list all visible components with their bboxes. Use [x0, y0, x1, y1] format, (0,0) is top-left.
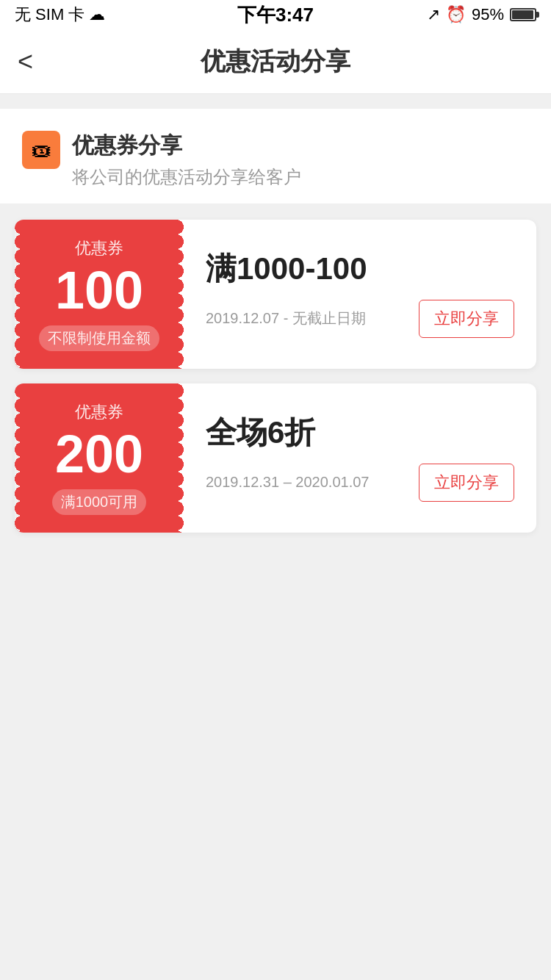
- coupon-amount-1: 200: [55, 428, 143, 480]
- coupon-bottom-1: 2019.12.31 – 2020.01.07 立即分享: [206, 464, 514, 502]
- share-button-0[interactable]: 立即分享: [419, 300, 514, 338]
- status-time: 下午3:47: [237, 2, 314, 28]
- coupon-icon: 🎟: [31, 138, 51, 162]
- share-button-1[interactable]: 立即分享: [419, 464, 514, 502]
- coupon-name-1: 全场6折: [206, 414, 514, 451]
- battery-icon: [510, 8, 536, 21]
- coupon-card: 优惠券 100 不限制使用金额 满1000-100 2019.12.07 - 无…: [15, 220, 536, 369]
- coupon-bottom-0: 2019.12.07 - 无截止日期 立即分享: [206, 300, 514, 338]
- back-button[interactable]: <: [18, 48, 33, 75]
- coupon-right-1: 全场6折 2019.12.31 – 2020.01.07 立即分享: [184, 383, 536, 533]
- sim-label: 无 SIM 卡 ☁: [15, 4, 105, 26]
- page-title: 优惠活动分享: [201, 45, 350, 79]
- status-left: 无 SIM 卡 ☁: [15, 4, 105, 26]
- empty-space: [0, 562, 551, 980]
- nav-bar: < 优惠活动分享: [0, 29, 551, 94]
- location-icon: ↗: [427, 5, 440, 24]
- status-bar: 无 SIM 卡 ☁ 下午3:47 ↗ ⏰ 95%: [0, 0, 551, 29]
- alarm-icon: ⏰: [446, 5, 466, 24]
- section-icon: 🎟: [22, 131, 60, 169]
- coupon-type-1: 优惠券: [75, 401, 123, 423]
- coupon-card: 优惠券 200 满1000可用 全场6折 2019.12.31 – 2020.0…: [15, 383, 536, 533]
- battery-label: 95%: [472, 5, 504, 24]
- section-title: 优惠券分享: [72, 131, 301, 161]
- coupon-amount-0: 100: [55, 264, 143, 317]
- coupon-name-0: 满1000-100: [206, 251, 514, 287]
- coupon-type-0: 优惠券: [75, 237, 123, 259]
- coupon-date-0: 2019.12.07 - 无截止日期: [206, 309, 410, 328]
- section-header: 🎟 优惠券分享 将公司的优惠活动分享给客户: [0, 109, 551, 203]
- coupon-list: 优惠券 100 不限制使用金额 满1000-100 2019.12.07 - 无…: [0, 205, 551, 547]
- section-subtitle: 将公司的优惠活动分享给客户: [72, 165, 301, 189]
- coupon-left-0: 优惠券 100 不限制使用金额: [15, 220, 184, 369]
- coupon-right-0: 满1000-100 2019.12.07 - 无截止日期 立即分享: [184, 220, 536, 369]
- section-text: 优惠券分享 将公司的优惠活动分享给客户: [72, 131, 301, 189]
- coupon-condition-1: 满1000可用: [52, 489, 147, 515]
- coupon-date-1: 2019.12.31 – 2020.01.07: [206, 474, 410, 491]
- coupon-condition-0: 不限制使用金额: [39, 325, 159, 351]
- status-right: ↗ ⏰ 95%: [427, 5, 536, 24]
- coupon-left-1: 优惠券 200 满1000可用: [15, 383, 184, 533]
- content-area: 🎟 优惠券分享 将公司的优惠活动分享给客户 优惠券 100 不限制使用金额 满1…: [0, 94, 551, 562]
